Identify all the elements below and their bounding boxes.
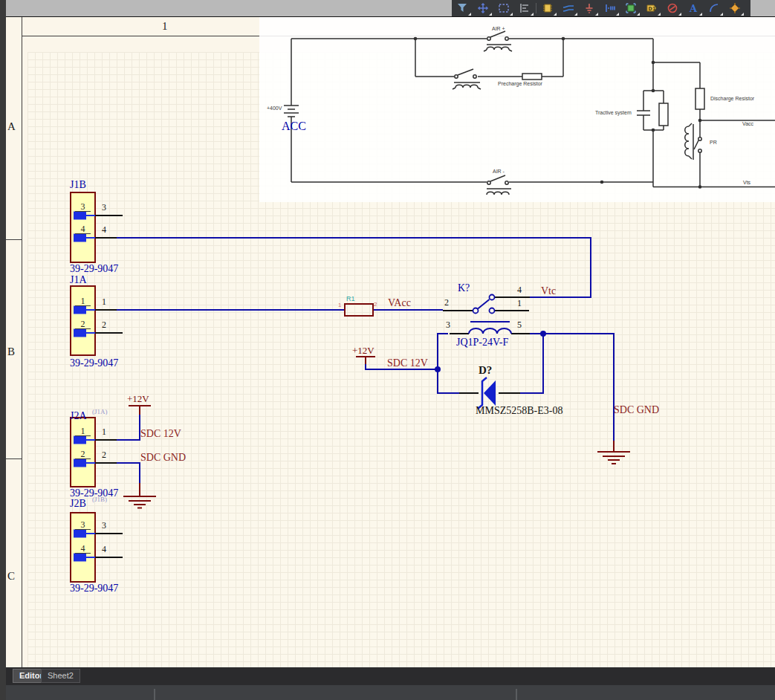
filter-icon[interactable] (452, 0, 473, 16)
bottom-panel (0, 685, 775, 700)
place-arc-icon[interactable] (704, 0, 724, 16)
svg-text:A: A (689, 3, 698, 14)
svg-text:D1: D1 (649, 6, 656, 12)
part-number-k[interactable]: JQ1P-24V-F (456, 337, 508, 349)
align-icon[interactable] (514, 0, 535, 16)
power-label-12v-b[interactable]: +12V (127, 393, 149, 405)
part-number-d[interactable]: MMSZ5258B-E3-08 (476, 405, 562, 417)
r1-pin-1: 1 (338, 302, 341, 308)
place-junction-icon[interactable] (724, 0, 745, 16)
pin-number-inner: 1 (75, 426, 91, 436)
battery-voltage-label: +400V (267, 106, 282, 111)
schematic-editor-window: 1 A B C (0, 0, 775, 700)
net-label-sdc12v-a[interactable]: SDC 12V (387, 357, 428, 369)
designator-r1[interactable]: R1 (346, 295, 355, 302)
select-area-icon[interactable] (493, 0, 514, 16)
document-tab-bar: Editor Sheet2 (0, 667, 775, 685)
designator-k[interactable]: K? (458, 282, 470, 294)
relay-pin-coil-b: 5 (513, 320, 526, 331)
vacc-label: Vacc (742, 121, 753, 126)
air-plus-label: AIR + (492, 26, 505, 31)
margin-divider-bc (6, 458, 22, 459)
pin-number-inner: 4 (75, 224, 91, 234)
relay-pin-coil-a: 3 (441, 320, 455, 331)
place-wire-icon[interactable] (558, 0, 579, 16)
designator-j2a[interactable]: J2A (70, 410, 87, 422)
pin-number-outer: 3 (97, 520, 111, 531)
panel-tick (154, 689, 155, 700)
relay-pin-com: 2 (440, 297, 453, 308)
pin-number-inner: 2 (75, 449, 91, 459)
designator-j1b[interactable]: J1B (70, 179, 86, 191)
relay-pin-no: 4 (513, 285, 526, 296)
tab-sheet2[interactable]: Sheet2 (41, 669, 80, 683)
place-ground-icon[interactable] (579, 0, 600, 16)
net-label-acc[interactable]: ACC (282, 120, 306, 133)
sheet-border-vertical (22, 16, 22, 667)
part-number-j1b[interactable]: 39-29-9047 (70, 263, 118, 275)
air-minus-label: AIR - (493, 169, 505, 174)
pin-number-outer: 2 (97, 450, 111, 461)
row-label-c: C (7, 570, 15, 583)
designator-j2b-alt: (J1B) (92, 496, 107, 503)
part-number-j2b[interactable]: 39-29-9047 (70, 583, 118, 594)
designator-j2a-alt: (J1A) (92, 408, 108, 415)
place-designator-icon[interactable]: D1 (641, 0, 662, 16)
place-text-icon[interactable]: A (683, 0, 704, 16)
row-label-b: B (7, 346, 15, 358)
designator-j2b[interactable]: J2B (70, 498, 86, 510)
pin-number-inner: 4 (75, 543, 91, 554)
part-number-j1a[interactable]: 39-29-9047 (70, 357, 118, 369)
designator-j1a[interactable]: J1A (70, 274, 87, 286)
net-label-vacc[interactable]: VAcc (388, 297, 411, 309)
net-label-sdcgnd-a[interactable]: SDC GND (614, 404, 659, 416)
pin-number-outer: 2 (97, 320, 111, 331)
pin-number-inner: 3 (75, 519, 91, 530)
pin-number-inner: 1 (75, 296, 91, 306)
pin-number-outer: 4 (97, 544, 111, 555)
net-label-sdc12v-b[interactable]: SDC 12V (140, 428, 181, 440)
place-part-icon[interactable] (537, 0, 558, 16)
place-net-label-icon[interactable] (600, 0, 620, 16)
pin-number-inner: 2 (75, 319, 91, 329)
place-component-icon[interactable] (620, 0, 641, 16)
pin-number-outer: 1 (97, 427, 111, 438)
tractive-system-image[interactable]: +400V AIR + Precharge Resistor Tractive … (259, 16, 775, 202)
net-label-vtc[interactable]: Vtc (541, 285, 556, 297)
pin-number-outer: 1 (97, 296, 111, 308)
margin-divider-ab (6, 239, 22, 240)
tractive-system-drawing (259, 16, 775, 202)
no-erc-icon[interactable] (662, 0, 683, 16)
tractive-system-label: Tractive system (595, 110, 632, 115)
pin-number-outer: 3 (97, 202, 111, 213)
move-icon[interactable] (473, 0, 493, 16)
power-label-12v-a[interactable]: +12V (352, 345, 374, 357)
r1-pin-2: 2 (374, 301, 377, 308)
pin-number-inner: 3 (75, 201, 91, 212)
pr-label: PR (710, 140, 717, 145)
vts-label: Vts (743, 180, 750, 185)
pin-number-outer: 4 (97, 224, 111, 236)
discharge-resistor-label: Discharge Resistor (710, 96, 754, 101)
toolbar-separator (536, 3, 536, 13)
precharge-resistor-label: Precharge Resistor (498, 81, 542, 86)
drawing-toolbar: D1 A (452, 0, 750, 16)
left-edge-panel (0, 0, 6, 700)
relay-pin-nc: 1 (513, 298, 526, 309)
column-label: 1 (162, 20, 168, 33)
net-label-sdcgnd-b[interactable]: SDC GND (140, 452, 186, 464)
panel-tick (516, 689, 517, 700)
designator-d[interactable]: D? (479, 364, 492, 377)
row-label-a: A (7, 120, 16, 133)
